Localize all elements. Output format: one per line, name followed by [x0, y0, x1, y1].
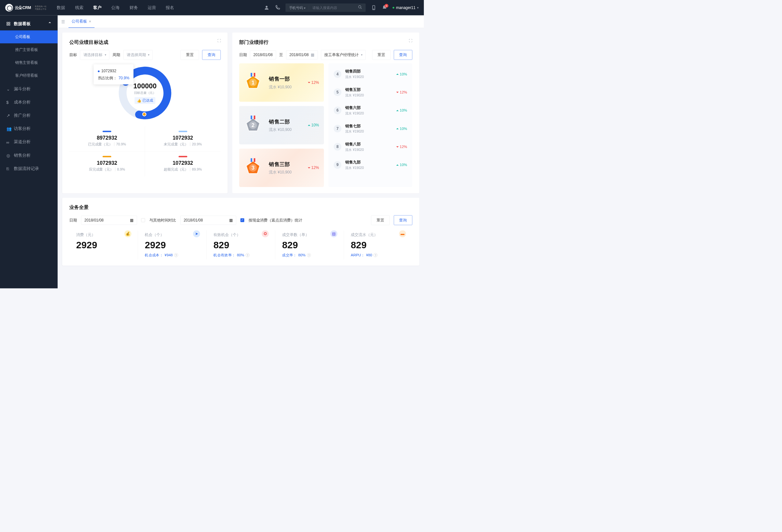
help-icon[interactable]: ?	[374, 253, 378, 257]
trend-pct: 10%	[396, 127, 407, 131]
topnav-item[interactable]: 报名	[166, 5, 174, 10]
help-icon[interactable]: ?	[246, 253, 249, 257]
calendar-icon: ▦	[311, 52, 314, 57]
trend-pct: 12%	[396, 145, 407, 149]
nav-icon: ∞	[6, 140, 11, 144]
help-icon[interactable]: ?	[307, 253, 311, 257]
expand-icon[interactable]: ⛶	[217, 39, 221, 42]
kpi-card: 成交流水（元）829ARPU：¥80?▬	[344, 230, 412, 259]
sidebar-item[interactable]: 客户经理看板	[0, 69, 58, 82]
svg-text:1: 1	[251, 80, 254, 86]
user-icon[interactable]	[264, 5, 269, 10]
reset-button[interactable]: 重置	[371, 215, 389, 225]
cash-checkbox[interactable]	[241, 218, 244, 222]
username: manager11	[396, 5, 416, 10]
date-to-input[interactable]: 2018/01/08▦	[286, 50, 318, 59]
tab-bar: ☰ 公司看板 ✕	[58, 15, 424, 28]
topnav-item[interactable]: 线索	[75, 5, 83, 10]
rank-card[interactable]: 3销售三部流水 ¥10,90012%	[239, 149, 324, 187]
goal-title: 公司业绩目标达成	[69, 39, 221, 45]
sidebar-item[interactable]: ↗推广分析	[0, 109, 58, 122]
reset-button[interactable]: 重置	[372, 50, 390, 60]
rank-row[interactable]: 9销售九部流水 ¥1902010%	[328, 156, 412, 174]
topnav-item[interactable]: 财务	[130, 5, 138, 10]
rank-row[interactable]: 7销售七部流水 ¥1902010%	[328, 119, 412, 138]
sidebar-item[interactable]: ∞渠道分析	[0, 135, 58, 149]
dashboard-icon	[6, 22, 11, 26]
svg-text:3: 3	[251, 165, 254, 171]
rank-card[interactable]: 2销售二部流水 ¥10,90010%	[239, 106, 324, 144]
trend-pct: 10%	[396, 72, 407, 76]
search-button[interactable]	[355, 5, 366, 10]
kpi-icon: ▤	[330, 230, 337, 237]
bell-icon[interactable]: 5	[382, 5, 387, 10]
medal-icon: 2	[243, 115, 263, 135]
sidebar-item[interactable]: 销售主管看板	[0, 57, 58, 69]
query-button[interactable]: 查询	[202, 50, 220, 60]
logo[interactable]: 云朵CRM 教育机构一站 式服务云平台	[5, 4, 46, 11]
rank-row[interactable]: 5销售五部流水 ¥1902012%	[328, 83, 412, 101]
date-input-1[interactable]: 2018/01/08▦	[81, 216, 137, 225]
top-nav: 数据线索客户公海财务运营报名	[57, 5, 174, 10]
sidebar-item[interactable]: ◎销售分析	[0, 149, 58, 162]
tab-company-board[interactable]: 公司看板 ✕	[68, 15, 95, 28]
svg-rect-18	[251, 115, 252, 119]
arrow-icon	[396, 73, 399, 75]
sidebar-item[interactable]: ⌄漏斗分析	[0, 82, 58, 96]
trend-pct: 12%	[308, 80, 319, 85]
sidebar-group-dashboard[interactable]: 数据看板 ⌃	[0, 17, 58, 30]
expand-icon[interactable]: ⛶	[409, 39, 412, 42]
search-bar: 手机号码 ▾	[286, 4, 366, 12]
sidebar-item[interactable]: 推广主管看板	[0, 43, 58, 56]
svg-rect-13	[251, 73, 252, 77]
stat-item: 1072932应完成量（元）8.9%	[69, 151, 145, 176]
sidebar-item[interactable]: $成本分析	[0, 96, 58, 109]
reset-button[interactable]: 重置	[180, 50, 199, 60]
arrow-icon	[308, 125, 311, 126]
topnav-item[interactable]: 公海	[111, 5, 119, 10]
query-button[interactable]: 查询	[394, 215, 412, 225]
rank-title: 部门业绩排行	[239, 39, 412, 45]
date-from-input[interactable]: 2018/01/08	[250, 50, 276, 59]
stat-item: 1072932超额完成（元）89.9%	[145, 151, 221, 176]
arrow-icon	[396, 146, 399, 147]
overview-panel: 业务全景 日期 2018/01/08▦ 与其他时间对比 2018/01/08▦ …	[62, 198, 419, 266]
donut-handle-icon	[142, 112, 146, 116]
arrow-icon	[396, 128, 399, 129]
rank-row[interactable]: 4销售四部流水 ¥1902010%	[328, 65, 412, 83]
close-icon[interactable]: ✕	[88, 19, 91, 23]
search-type-select[interactable]: 手机号码 ▾	[286, 5, 309, 10]
topnav-item[interactable]: 客户	[93, 5, 102, 10]
kpi-icon: 💰	[125, 230, 132, 237]
phone-icon[interactable]	[275, 5, 280, 10]
target-select[interactable]: 请选择目标▾	[80, 50, 109, 60]
date-input-2[interactable]: 2018/01/08▦	[180, 216, 236, 225]
compare-label: 与其他时间对比	[149, 218, 176, 223]
period-label: 周期	[112, 52, 120, 58]
rank-card[interactable]: 1销售一部流水 ¥10,90012%	[239, 63, 324, 102]
trend-pct: 12%	[308, 166, 319, 170]
svg-rect-19	[254, 115, 255, 119]
search-input[interactable]	[309, 6, 355, 10]
sidebar-item[interactable]: 公司看板	[0, 30, 58, 43]
help-icon[interactable]: ?	[174, 253, 178, 257]
rank-row[interactable]: 6销售六部流水 ¥1902010%	[328, 101, 412, 119]
compare-checkbox[interactable]	[141, 218, 145, 222]
status-dot-icon	[393, 7, 394, 8]
topnav-item[interactable]: 数据	[57, 5, 65, 10]
user-menu[interactable]: manager11 ▾	[393, 5, 419, 10]
rank-number: 6	[333, 107, 341, 114]
sidebar-item[interactable]: 👥访客分析	[0, 122, 58, 135]
kpi-card: 有效机会（个）829机会有效率：80%?✪	[207, 230, 275, 259]
query-button[interactable]: 查询	[394, 50, 412, 60]
device-icon[interactable]	[371, 5, 376, 10]
rank-number: 9	[333, 161, 341, 169]
svg-text:2: 2	[251, 122, 254, 128]
rank-row[interactable]: 8销售八部流水 ¥1902012%	[328, 138, 412, 156]
achieved-tag: 👍已达成	[134, 97, 155, 104]
sidebar-item[interactable]: ⎘数据流转记录	[0, 162, 58, 175]
topnav-item[interactable]: 运营	[148, 5, 156, 10]
stat-by-select[interactable]: 按工单客户经理统计▾	[321, 50, 365, 60]
collapse-menu-icon[interactable]: ☰	[61, 19, 65, 24]
arrow-icon	[396, 92, 399, 93]
